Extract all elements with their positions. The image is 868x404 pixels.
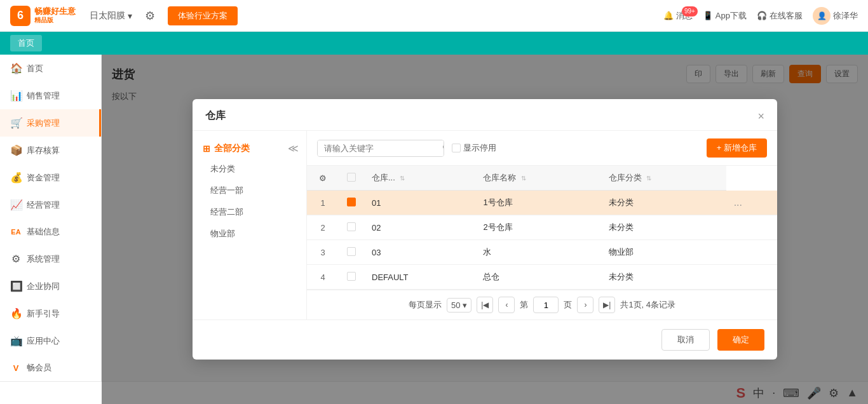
total-info: 共1页, 4条记录 xyxy=(620,299,675,311)
enterprise-icon: 🔲 xyxy=(10,280,22,292)
inventory-icon: 📦 xyxy=(10,144,22,156)
user-profile[interactable]: 👤 徐泽华 xyxy=(813,7,858,25)
sidebar-label-app-center: 应用中心 xyxy=(27,335,60,347)
row-name: 水 xyxy=(475,240,600,265)
row-actions[interactable]: ... xyxy=(726,191,777,215)
table-body: 1 01 1号仓库 未分类 ... 2 02 2号仓库 未分类 3 03 水 物… xyxy=(307,191,777,290)
row-code: 01 xyxy=(364,191,475,215)
category-item-ops1[interactable]: 经营一部 xyxy=(193,180,306,201)
bell-icon: 🔔 xyxy=(663,11,674,20)
sidebar-label-inventory: 库存核算 xyxy=(27,145,60,156)
mobile-icon: 📱 xyxy=(703,11,713,20)
row-name: 总仓 xyxy=(475,265,600,290)
warehouse-table: ⚙ 仓库... ⇅ xyxy=(307,166,777,290)
app-download-button[interactable]: 📱 App下载 xyxy=(703,10,747,22)
category-all-header[interactable]: ⊞ 全部分类 ≪ xyxy=(193,138,306,158)
sidebar-label-system: 系统管理 xyxy=(27,253,60,265)
modal-overlay: 仓库 × ⊞ 全部分类 ≪ 未分类 xyxy=(102,55,868,404)
purchase-icon: 🛒 xyxy=(10,117,22,129)
sidebar-item-system[interactable]: ⚙ 系统管理 xyxy=(0,245,101,273)
messages-badge: 99+ xyxy=(682,6,698,17)
sidebar-label-member: 畅会员 xyxy=(27,362,51,374)
table-row[interactable]: 4 DEFAULT 总仓 未分类 xyxy=(307,265,777,290)
table-row[interactable]: 1 01 1号仓库 未分类 ... xyxy=(307,191,777,215)
per-page-value: 50 xyxy=(451,300,460,310)
row-category: 未分类 xyxy=(601,215,726,240)
sidebar-item-inventory[interactable]: 📦 库存核算 xyxy=(0,137,101,164)
modal-close-button[interactable]: × xyxy=(757,111,764,122)
sidebar-item-enterprise[interactable]: 🔲 企业协同 xyxy=(0,273,101,300)
table-row[interactable]: 2 02 2号仓库 未分类 xyxy=(307,215,777,240)
sidebar-item-home[interactable]: 🏠 首页 xyxy=(0,55,101,82)
confirm-button[interactable]: 确定 xyxy=(717,329,764,351)
category-item-ops2[interactable]: 经营二部 xyxy=(193,201,306,223)
col-code-label: 仓库... xyxy=(372,173,395,182)
service-label: 在线客服 xyxy=(770,10,803,22)
collapse-icon[interactable]: ≪ xyxy=(288,142,299,154)
row-checkbox[interactable] xyxy=(339,240,364,265)
col-category: 仓库分类 ⇅ xyxy=(601,166,726,191)
sidebar-item-sales[interactable]: 📊 销售管理 xyxy=(0,82,101,109)
category-item-unclassified[interactable]: 未分类 xyxy=(193,158,306,180)
search-box: 🔍 xyxy=(317,140,444,157)
row-code: 02 xyxy=(364,215,475,240)
row-checkbox[interactable] xyxy=(339,215,364,240)
service-button[interactable]: 🎧 在线客服 xyxy=(757,10,803,22)
sidebar-label-enterprise: 企业协同 xyxy=(27,281,60,292)
table-header-row: ⚙ 仓库... ⇅ xyxy=(307,166,777,191)
row-name: 2号仓库 xyxy=(475,215,600,240)
sidebar-label-home: 首页 xyxy=(27,63,43,74)
prev-page-button[interactable]: ‹ xyxy=(498,297,515,313)
trial-button[interactable]: 体验行业方案 xyxy=(168,6,238,25)
row-num: 2 xyxy=(307,215,339,240)
subnav-item-home[interactable]: 首页 xyxy=(10,35,42,51)
brand-name: 畅赚好生意 xyxy=(34,6,76,17)
row-name: 1号仓库 xyxy=(475,191,600,215)
show-disabled-label[interactable]: 显示停用 xyxy=(452,142,496,154)
finance-icon: 💰 xyxy=(10,172,22,184)
sidebar-item-member[interactable]: V 畅会员 xyxy=(0,354,101,381)
category-sidebar: ⊞ 全部分类 ≪ 未分类 经营一部 经营二部 物业部 xyxy=(193,131,307,320)
sidebar-item-basic-info[interactable]: EA 基础信息 xyxy=(0,219,101,245)
last-page-button[interactable]: ▶| xyxy=(599,297,615,313)
row-checkbox[interactable] xyxy=(339,265,364,290)
header-checkbox[interactable] xyxy=(347,173,356,182)
add-warehouse-button[interactable]: + 新增仓库 xyxy=(707,138,767,158)
sidebar-item-finance[interactable]: 💰 资金管理 xyxy=(0,164,101,191)
show-disabled-checkbox[interactable] xyxy=(452,144,461,152)
sidebar-label-purchase: 采购管理 xyxy=(27,118,60,129)
first-page-button[interactable]: |◀ xyxy=(477,297,493,313)
table-toolbar: 🔍 显示停用 + 新增仓库 xyxy=(307,131,777,166)
page-label-post: 页 xyxy=(564,299,572,311)
search-input[interactable] xyxy=(318,140,437,156)
messages-button[interactable]: 🔔 消息 99+ xyxy=(663,10,693,22)
logo: 6 畅赚好生意 精品版 xyxy=(10,6,76,26)
table-row[interactable]: 3 03 水 物业部 xyxy=(307,240,777,265)
store-selector[interactable]: 日太阳膜 ▾ xyxy=(90,10,132,22)
app-label: App下载 xyxy=(715,10,747,22)
page-label-pre: 第 xyxy=(520,299,528,311)
sidebar-label-guide: 新手引导 xyxy=(27,308,60,320)
sidebar-label-finance: 资金管理 xyxy=(27,172,60,184)
col-checkbox xyxy=(339,166,364,191)
sidebar-item-guide[interactable]: 🔥 新手引导 xyxy=(0,300,101,327)
col-name: 仓库名称 ⇅ xyxy=(475,166,600,191)
sidebar-item-purchase[interactable]: 🛒 采购管理 xyxy=(0,109,101,137)
basic-info-icon: EA xyxy=(10,228,22,236)
row-code: DEFAULT xyxy=(364,265,475,290)
sidebar-item-operations[interactable]: 📈 经营管理 xyxy=(0,191,101,219)
search-button[interactable]: 🔍 xyxy=(437,140,444,156)
category-item-property[interactable]: 物业部 xyxy=(193,223,306,245)
row-checkbox[interactable] xyxy=(339,191,364,215)
next-page-button[interactable]: › xyxy=(577,297,593,313)
grid-icon: ⊞ xyxy=(203,144,210,154)
settings-icon[interactable]: ⚙ xyxy=(140,6,160,26)
modal-footer: 取消 确定 xyxy=(193,320,777,360)
category-all: ⊞ 全部分类 xyxy=(203,143,250,154)
page-number-input[interactable] xyxy=(533,297,559,313)
sidebar-item-app-center[interactable]: 📺 应用中心 xyxy=(0,327,101,354)
col-settings: ⚙ xyxy=(307,166,339,191)
sidebar-label-operations: 经营管理 xyxy=(27,199,60,211)
cancel-button[interactable]: 取消 xyxy=(661,329,710,351)
per-page-select[interactable]: 50 ▾ xyxy=(447,298,471,313)
